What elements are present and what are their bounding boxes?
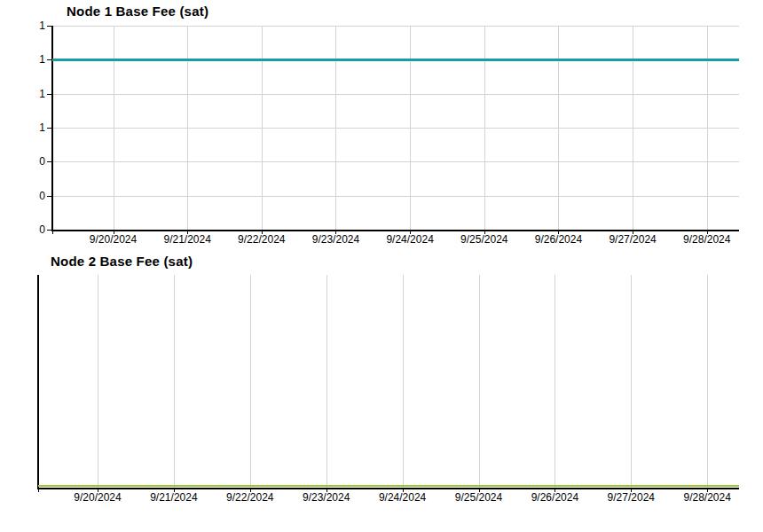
x-tick-label: 9/26/2024 bbox=[523, 491, 586, 504]
x-tick-label: 9/28/2024 bbox=[675, 491, 739, 504]
y-tick-label: 1 bbox=[26, 88, 45, 100]
x-tick-label: 9/27/2024 bbox=[599, 491, 663, 504]
chart1-plot-area: 11110009/20/20249/21/20249/22/20249/23/2… bbox=[52, 26, 739, 230]
x-axis-tick bbox=[52, 230, 53, 234]
x-axis-line bbox=[51, 230, 739, 231]
x-axis-tick bbox=[38, 488, 39, 492]
x-tick-label: 9/27/2024 bbox=[601, 233, 665, 246]
horizontal-gridline bbox=[52, 128, 739, 129]
y-axis-tick bbox=[47, 26, 52, 27]
horizontal-gridline bbox=[52, 94, 739, 95]
x-tick-label: 9/24/2024 bbox=[371, 491, 435, 504]
vertical-gridline bbox=[479, 275, 480, 488]
x-tick-label: 9/21/2024 bbox=[142, 491, 206, 504]
x-axis-line bbox=[37, 488, 739, 489]
y-axis-tick bbox=[47, 94, 52, 95]
horizontal-gridline bbox=[52, 26, 739, 27]
y-tick-label: 1 bbox=[26, 20, 45, 32]
horizontal-gridline bbox=[52, 161, 739, 162]
x-tick-label: 9/26/2024 bbox=[526, 233, 590, 246]
x-tick-label: 9/28/2024 bbox=[675, 233, 739, 246]
chart1-title: Node 1 Base Fee (sat) bbox=[67, 4, 208, 19]
vertical-gridline bbox=[174, 275, 175, 488]
y-tick-label: 0 bbox=[26, 190, 45, 202]
series-line bbox=[52, 59, 739, 61]
vertical-gridline bbox=[555, 275, 555, 488]
chart2-title: Node 2 Base Fee (sat) bbox=[51, 254, 193, 269]
vertical-gridline bbox=[326, 275, 327, 488]
x-tick-label: 9/23/2024 bbox=[303, 233, 367, 246]
x-tick-label: 9/25/2024 bbox=[447, 491, 511, 504]
vertical-gridline bbox=[250, 275, 251, 488]
y-tick-label: 0 bbox=[26, 155, 45, 168]
x-tick-label: 9/22/2024 bbox=[230, 233, 294, 246]
y-tick-label: 1 bbox=[26, 53, 45, 66]
y-axis-tick bbox=[47, 196, 52, 197]
y-axis-line bbox=[37, 275, 39, 488]
vertical-gridline bbox=[707, 275, 708, 488]
base-fee-charts-panel: Node 1 Base Fee (sat) 11110009/20/20249/… bbox=[0, 0, 763, 532]
y-axis-tick bbox=[47, 161, 52, 162]
x-tick-label: 9/24/2024 bbox=[378, 233, 442, 246]
series-line bbox=[38, 485, 739, 488]
x-tick-label: 9/23/2024 bbox=[295, 491, 358, 504]
y-axis-tick bbox=[47, 128, 52, 129]
x-tick-label: 9/21/2024 bbox=[155, 233, 219, 246]
chart2-plot-area: 9/20/20249/21/20249/22/20249/23/20249/24… bbox=[38, 275, 739, 488]
y-tick-label: 0 bbox=[26, 223, 45, 236]
vertical-gridline bbox=[98, 275, 98, 488]
x-tick-label: 9/20/2024 bbox=[82, 233, 146, 246]
y-tick-label: 1 bbox=[26, 121, 45, 134]
x-tick-label: 9/20/2024 bbox=[66, 491, 130, 504]
vertical-gridline bbox=[403, 275, 404, 488]
x-tick-label: 9/22/2024 bbox=[218, 491, 282, 504]
vertical-gridline bbox=[631, 275, 632, 488]
horizontal-gridline bbox=[52, 196, 739, 197]
x-tick-label: 9/25/2024 bbox=[452, 233, 516, 246]
